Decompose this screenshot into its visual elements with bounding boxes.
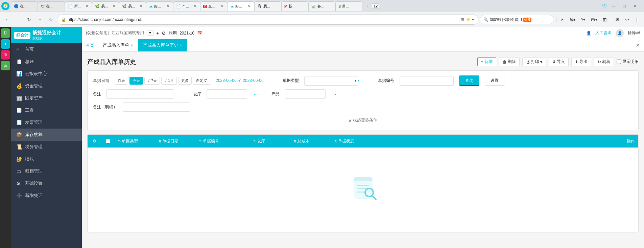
sidebar-item-basic[interactable]: ⚙ 基础设置: [11, 177, 82, 189]
refresh-button[interactable]: ↻: [24, 15, 34, 24]
search-area[interactable]: 🔍 360智能抠图免费用 热搜: [480, 15, 554, 24]
currency-button[interactable]: ¥▾: [579, 17, 587, 23]
tab-13[interactable]: S 目...: [335, 1, 362, 11]
collapse-button[interactable]: ∧ 收起更多条件: [93, 115, 633, 125]
back-button[interactable]: ←: [3, 15, 12, 24]
game-button[interactable]: 🎮▾: [589, 17, 599, 23]
period-value: 2021-10: [180, 31, 194, 36]
tab-10[interactable]: 🐧 腾...: [254, 1, 281, 11]
date-7days-btn[interactable]: 近7天: [144, 77, 160, 85]
tab-9[interactable]: ☁ 好... ✕: [227, 1, 254, 11]
tab-1-title: 在...: [20, 4, 35, 9]
account-dropdown[interactable]: ▾: [147, 30, 153, 36]
tab-7-close[interactable]: ✕: [193, 4, 197, 8]
warehouse-input[interactable]: [207, 89, 247, 99]
sidebar-item-tax[interactable]: 📜 税务管理: [11, 141, 82, 153]
select-all-checkbox[interactable]: [106, 139, 110, 143]
sidebar-item-funds[interactable]: 💰 资金管理: [11, 80, 82, 92]
filter-row-1: 单据日期 昨天 今天 近7天 近1月 更多 自定义 2023-06-06 至 2…: [93, 75, 633, 86]
remark-detail-input[interactable]: [123, 102, 190, 112]
breadcrumb-home[interactable]: 首页: [86, 43, 94, 48]
tab-8-close[interactable]: ✕: [220, 4, 224, 8]
close-all-button[interactable]: ✕: [632, 43, 644, 48]
tab-3-close[interactable]: ✕: [85, 4, 89, 8]
home-button[interactable]: ⌂: [35, 15, 45, 24]
sun-button[interactable]: ☀: [613, 16, 622, 23]
tab-1[interactable]: 🔵 在...: [11, 1, 38, 11]
date-more-btn[interactable]: 更多: [178, 77, 192, 85]
new-tab-button[interactable]: +: [362, 1, 372, 11]
app-icon-1[interactable]: ★: [1, 39, 10, 49]
tab-2[interactable]: 🛡 在...: [38, 1, 65, 11]
tab-3[interactable]: 📄 新... ✕: [65, 1, 92, 11]
sidebar-item-home[interactable]: ⌂ 首页: [11, 43, 82, 55]
sidebar-item-ledger[interactable]: 📋 总账: [11, 55, 82, 68]
undo-button[interactable]: ↩: [623, 16, 631, 23]
tab-history-close[interactable]: ✕: [180, 44, 182, 47]
show-detail-wrapper[interactable]: 显示明细: [617, 59, 639, 65]
add-account-button[interactable]: +: [156, 30, 159, 36]
refresh-button[interactable]: ↻ 刷新: [594, 57, 614, 66]
tab-history-page[interactable]: 产成品入库单历史 ✕: [138, 39, 187, 51]
delete-button[interactable]: 🗑 删除: [499, 57, 520, 66]
sidebar-item-reports[interactable]: 📊 云报表中心: [11, 68, 82, 80]
th-gear[interactable]: ⚙: [88, 139, 101, 143]
tab-8[interactable]: C 企... ✕: [200, 1, 227, 11]
bookmark-button[interactable]: ☆: [46, 15, 55, 24]
tab-4[interactable]: 🌿 易... ✕: [92, 1, 119, 11]
date-yesterday-btn[interactable]: 昨天: [115, 77, 128, 85]
voucher-no-input[interactable]: [400, 76, 454, 86]
query-button[interactable]: 查询: [459, 75, 479, 86]
show-detail-checkbox[interactable]: [617, 60, 621, 64]
grid-button[interactable]: ⊞: [601, 16, 609, 23]
settings-button[interactable]: 设置: [485, 76, 504, 86]
chanjet-logo[interactable]: 好: [1, 28, 10, 38]
app-icon-2[interactable]: 微: [1, 50, 10, 60]
product-dots[interactable]: ···: [331, 91, 338, 97]
browser-nav-icon[interactable]: 🧭: [1, 2, 9, 10]
maximize-button[interactable]: □: [620, 1, 629, 11]
new-button[interactable]: + 新增: [477, 57, 496, 66]
forward-button[interactable]: →: [14, 15, 23, 24]
tab-7[interactable]: 📄 个... ✕: [173, 1, 200, 11]
close-button[interactable]: ✕: [630, 1, 640, 11]
more-button[interactable]: ⋮: [633, 16, 641, 23]
calendar-icon[interactable]: 📅: [197, 31, 202, 36]
tab-12[interactable]: 📊 各...: [308, 1, 335, 11]
sidebar-item-invoice[interactable]: 🧾 发票管理: [11, 116, 82, 129]
address-bar[interactable]: 🔒 https://cloud.chanjet.com/accounting/u…: [57, 15, 478, 25]
date-today-btn[interactable]: 今天: [129, 77, 143, 85]
warehouse-dots[interactable]: ···: [253, 91, 259, 97]
remark-input[interactable]: [106, 89, 174, 99]
sidebar-item-new-voucher[interactable]: ➕ 新增凭证: [11, 189, 82, 202]
settings-gear-button[interactable]: ⚙: [162, 30, 166, 36]
tab-5[interactable]: 🌿 易... ✕: [119, 1, 146, 11]
tab-5-close[interactable]: ✕: [139, 4, 143, 8]
date-1month-btn[interactable]: 近1月: [161, 77, 177, 85]
date-custom-btn[interactable]: 自定义: [193, 77, 210, 85]
tab-counter[interactable]: 12: [372, 3, 379, 9]
app-icon-3[interactable]: ✉: [1, 61, 10, 70]
scissors-button[interactable]: ✂: [558, 16, 567, 23]
tab-11[interactable]: M 畅...: [281, 1, 308, 11]
product-input[interactable]: [285, 89, 326, 99]
import-button[interactable]: ⬇ 导入: [549, 57, 569, 66]
translate-button[interactable]: 译▾: [568, 17, 578, 23]
print-button[interactable]: 🖨 打印 ▾: [522, 57, 546, 66]
sidebar-item-fixed-assets[interactable]: 🏢 固定资产: [11, 92, 82, 104]
th-checkbox[interactable]: [101, 139, 115, 143]
sidebar-item-closing[interactable]: 🔐 结账: [11, 153, 82, 165]
minimize-button[interactable]: ─: [609, 1, 618, 11]
voucher-type-select[interactable]: [304, 76, 358, 86]
tab-6-close[interactable]: ✕: [166, 4, 170, 8]
tab-list-page[interactable]: 产成品入库单 ✕: [98, 39, 138, 51]
user-service-label[interactable]: 人工咨询: [595, 30, 612, 36]
sidebar-item-archive[interactable]: 🗂 归档管理: [11, 165, 82, 177]
sidebar-item-inventory[interactable]: 📦 库存核算: [11, 129, 82, 141]
tab-6[interactable]: ☁ 好... ✕: [146, 1, 173, 11]
tab-list-close[interactable]: ✕: [130, 44, 133, 47]
sidebar-item-salary[interactable]: 📑 工资: [11, 104, 82, 116]
tab-9-close[interactable]: ✕: [247, 4, 251, 8]
export-button[interactable]: ⬆ 导出: [571, 57, 591, 66]
tab-4-close[interactable]: ✕: [112, 4, 116, 8]
